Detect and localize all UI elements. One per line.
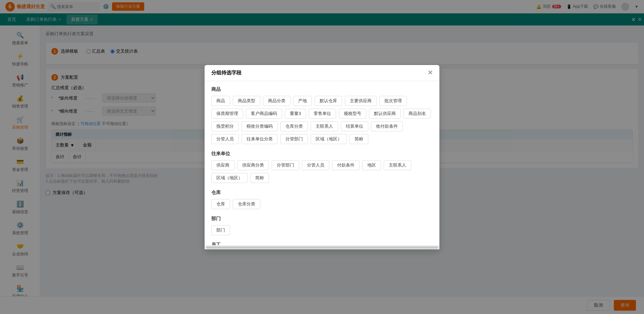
modal-scroll-body[interactable]: 商品 商品 商品类型 商品分类 产地 默认仓库 主要供应商 批次管理 保质期管理… [205,81,439,245]
field-section-department-title: 部门 [211,216,433,222]
field-section-goods-title: 商品 [211,86,433,92]
tag-goods-tax-code[interactable]: 税收分类编码 [241,121,278,131]
tag-goods-warehouse-category[interactable]: 仓库分类 [280,121,308,131]
field-tags-goods: 商品 商品类型 商品分类 产地 默认仓库 主要供应商 批次管理 保质期管理 客户… [211,96,433,144]
modal-close-button[interactable]: ✕ [428,70,433,76]
modal-hscroll[interactable] [205,245,439,249]
field-section-warehouse: 仓库 仓库 仓库分类 [211,190,433,209]
tag-partner-area[interactable]: 区域（地区） [211,173,248,183]
field-section-warehouse-title: 仓库 [211,190,433,196]
field-section-department: 部门 部门 [211,216,433,235]
field-section-employee: 员工 业务员 [211,242,433,245]
tag-goods-category[interactable]: 商品分类 [263,96,290,106]
tag-goods-partner-category[interactable]: 往来单位分类 [241,134,278,144]
tag-warehouse-item[interactable]: 仓库 [211,199,230,209]
tag-partner-supplier-category[interactable]: 供应商分类 [237,160,269,170]
tag-partner-supplier[interactable]: 供应商 [211,160,234,170]
tag-goods-default-warehouse[interactable]: 默认仓库 [315,96,342,106]
tag-goods-expiry[interactable]: 保质期管理 [211,109,243,119]
field-tags-department: 部门 [211,225,433,235]
tag-goods-item[interactable]: 商品 [211,96,230,106]
tag-goods-alias[interactable]: 商品别名 [404,109,431,119]
tag-goods-customer-code[interactable]: 客户商品编码 [246,109,282,119]
tag-partner-contact[interactable]: 主联系人 [384,160,411,170]
tag-goods-retail-unit[interactable]: 零售单位 [309,109,336,119]
tag-goods-settlement-unit[interactable]: 结算单位 [341,121,368,131]
modal: 分组待选字段 ✕ 商品 商品 商品类型 商品分类 产地 默认仓库 主要供应商 批… [205,65,439,249]
tag-warehouse-category[interactable]: 仓库分类 [233,199,260,209]
tag-goods-region[interactable]: 区域（地区） [311,134,347,144]
field-section-employee-title: 员工 [211,242,433,245]
tag-goods-payment-terms[interactable]: 收付款条件 [371,121,403,131]
tag-goods-points[interactable]: 拣货积分 [211,121,239,131]
tag-goods-dept[interactable]: 分管部门 [280,134,308,144]
field-section-partner: 往来单位 供应商 供应商分类 分管部门 分管人员 付款条件 地区 主联系人 区域… [211,151,433,183]
modal-title: 分组待选字段 [211,70,241,76]
tag-goods-abbr[interactable]: 简称 [350,134,368,144]
field-tags-warehouse: 仓库 仓库分类 [211,199,433,209]
field-section-goods: 商品 商品 商品类型 商品分类 产地 默认仓库 主要供应商 批次管理 保质期管理… [211,86,433,144]
tag-goods-spec[interactable]: 规格型号 [339,109,366,119]
tag-goods-weight[interactable]: 重量3 [285,109,306,119]
tag-goods-type[interactable]: 商品类型 [233,96,260,106]
tag-goods-origin[interactable]: 产地 [293,96,312,106]
tag-partner-abbr[interactable]: 简称 [250,173,269,183]
tag-goods-contact[interactable]: 主联系人 [311,121,338,131]
field-section-partner-title: 往来单位 [211,151,433,157]
tag-partner-manager[interactable]: 分管人员 [302,160,329,170]
tag-partner-payment-terms[interactable]: 付款条件 [332,160,360,170]
tag-partner-dept[interactable]: 分管部门 [272,160,299,170]
tag-goods-main-supplier[interactable]: 主要供应商 [345,96,377,106]
modal-header: 分组待选字段 ✕ [205,65,439,81]
tag-goods-default-supplier[interactable]: 默认供应商 [369,109,401,119]
modal-overlay: 分组待选字段 ✕ 商品 商品 商品类型 商品分类 产地 默认仓库 主要供应商 批… [0,0,644,314]
tag-partner-region[interactable]: 地区 [362,160,381,170]
field-tags-partner: 供应商 供应商分类 分管部门 分管人员 付款条件 地区 主联系人 区域（地区） … [211,160,433,183]
tag-goods-batch[interactable]: 批次管理 [379,96,407,106]
tag-department-item[interactable]: 部门 [211,225,230,235]
tag-goods-manager[interactable]: 分管人员 [211,134,239,144]
modal-hscroll-bar [206,246,438,249]
